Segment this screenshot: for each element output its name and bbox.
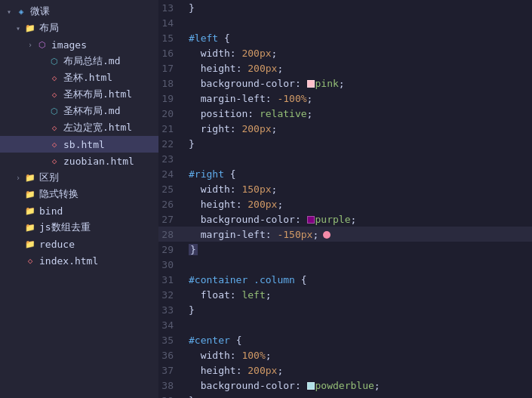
file-explorer: ▾ ◈ 微课 ▾ 📁 布局 › ⬡ images ⬡ 布局总结.md ◇ 圣杯.… [0,0,158,398]
line-content: right: 200px; [186,123,532,134]
line-number: 23 [158,153,186,165]
code-line-16: 16 width: 200px; [158,45,532,60]
code-line-35: 35 #center { [158,332,532,347]
line-content: margin-left: -100%; [186,93,532,104]
sidebar-item-label: 左边定宽.html [63,121,132,134]
line-number: 19 [158,93,186,104]
line-number: 29 [158,244,186,255]
code-line-38: 38 background-color: powderblue; [158,378,532,393]
html-icon: ◇ [48,73,60,83]
html-icon: ◇ [48,156,60,166]
chevron-icon: › [24,41,36,49]
line-number: 22 [158,138,186,150]
code-line-26: 26 height: 200px; [158,196,532,211]
sidebar-item-label: 圣杯布局.html [63,88,132,101]
sidebar-item-jszuhe[interactable]: 📁 js数组去重 [0,219,158,236]
code-line-25: 25 width: 150px; [158,181,532,196]
line-content: float: left; [186,289,532,301]
sidebar-item-buju[interactable]: ▾ 📁 布局 [0,20,158,36]
sidebar-item-reduce[interactable]: 📁 reduce [0,236,158,252]
sidebar-item-index[interactable]: ◇ index.html [0,252,158,269]
line-number: 35 [158,335,186,346]
line-number: 31 [158,274,186,285]
line-content: width: 200px; [186,48,532,59]
sidebar-item-bind[interactable]: 📁 bind [0,202,158,219]
folder-icon: 📁 [24,239,36,249]
line-content: position: relative; [186,108,532,119]
sidebar-item-sb[interactable]: ◇ sb.html [0,136,158,153]
line-content: height: 200px; [186,365,532,376]
line-number: 39 [158,395,186,399]
sidebar-item-shengbeimd[interactable]: ⬡ 圣杯布局.md [0,103,158,119]
code-line-30: 30 [158,257,532,272]
line-number: 15 [158,32,186,44]
code-line-24: 24 #right { [158,166,532,181]
sidebar-item-shengbeibuju[interactable]: ◇ 圣杯布局.html [0,86,158,103]
line-content: width: 150px; [186,184,532,195]
line-number: 28 [158,229,186,240]
code-line-39: 39 } [158,393,532,398]
sidebar-item-label: 布局总结.md [63,54,120,68]
line-content: #right { [186,168,532,180]
line-content: background-color: powderblue; [186,380,532,391]
line-content: } [186,304,532,316]
code-line-18: 18 background-color: pink; [158,76,532,91]
folder-icon: 📁 [24,173,36,183]
md-icon: ⬡ [48,106,60,116]
code-line-23: 23 [158,151,532,166]
sidebar-item-zuobianding[interactable]: ◇ 左边定宽.html [0,119,158,136]
sidebar-item-images[interactable]: › ⬡ images [0,36,158,53]
sidebar-item-label: bind [39,205,63,217]
line-content: height: 200px; [186,63,532,74]
sidebar-item-shengbei[interactable]: ◇ 圣杯.html [0,69,158,86]
sidebar-item-label: 圣杯.html [63,71,112,85]
sidebar-item-bujuzj[interactable]: ⬡ 布局总结.md [0,53,158,69]
folder-icon: 📁 [24,223,36,233]
code-line-14: 14 [158,15,532,30]
code-line-32: 32 float: left; [158,287,532,302]
line-number: 36 [158,350,186,361]
code-editor[interactable]: 13 } 14 15 #left { 16 width: 200px; 17 h… [158,0,532,398]
code-line-28: 28 margin-left: -150px; [158,227,532,242]
folder-icon: ⬡ [36,40,48,50]
code-line-37: 37 height: 200px; [158,363,532,378]
sidebar-item-qubie[interactable]: › 📁 区别 [0,169,158,186]
code-line-36: 36 width: 100%; [158,347,532,363]
line-content: background-color: purple; [186,214,532,225]
sidebar-item-yinshi[interactable]: 📁 隐式转换 [0,186,158,202]
code-line-17: 17 height: 200px; [158,60,532,76]
line-number: 38 [158,380,186,391]
line-number: 25 [158,184,186,195]
folder-icon: 📁 [24,206,36,216]
line-content: } [186,138,532,150]
sidebar-item-label: reduce [39,239,75,250]
line-number: 21 [158,123,186,134]
line-content: } [186,244,532,255]
html-icon: ◇ [48,140,60,150]
line-content: height: 200px; [186,199,532,210]
sidebar-item-label: 隐式转换 [39,187,78,201]
code-line-21: 21 right: 200px; [158,121,532,136]
sidebar-item-weike[interactable]: ▾ ◈ 微课 [0,3,158,20]
line-number: 24 [158,168,186,180]
code-line-31: 31 #container .column { [158,272,532,287]
code-line-33: 33 } [158,302,532,317]
line-number: 33 [158,304,186,316]
folder-icon: 📁 [24,23,36,33]
folder-icon: ◈ [15,7,27,17]
code-line-15: 15 #left { [158,30,532,45]
line-number: 14 [158,17,186,29]
line-number: 16 [158,48,186,59]
line-content: } [186,2,532,14]
code-line-20: 20 position: relative; [158,106,532,121]
line-number: 26 [158,199,186,210]
line-content: #center { [186,335,532,346]
line-content: background-color: pink; [186,78,532,89]
sidebar-item-label: js数组去重 [39,221,91,234]
sidebar-item-zuobian[interactable]: ◇ zuobian.html [0,153,158,169]
line-number: 17 [158,63,186,74]
code-content: 13 } 14 15 #left { 16 width: 200px; 17 h… [158,0,532,398]
line-number: 32 [158,289,186,301]
code-line-22: 22 } [158,136,532,151]
line-number: 37 [158,365,186,376]
